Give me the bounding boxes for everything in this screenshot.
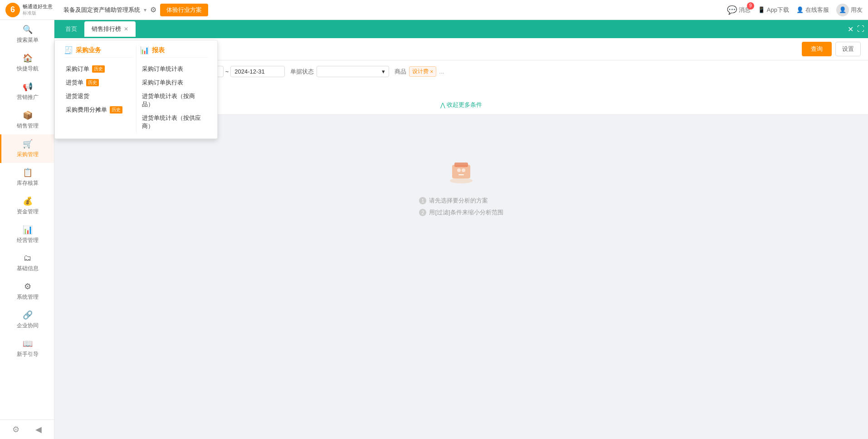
setting-button[interactable]: 设置: [835, 42, 861, 56]
svg-point-3: [457, 168, 461, 172]
date-end-input[interactable]: [230, 66, 285, 77]
filter-voucher-status: 单据状态 ▾: [290, 66, 389, 77]
incoming-stat-supplier-label: 进货单统计表（按供应商）: [142, 114, 207, 130]
report-menu-column: 📊 报表 采购订单统计表 采购订单执行表 进货单统计表（按商品） 进货单统计表（…: [137, 46, 212, 133]
sidebar-item-finance[interactable]: 💰 资金管理: [0, 192, 54, 220]
purchase-menu-column: 🧾 采购业务 采购订单 历史 进货单 历史 进货退货 采购费用分摊单 历史: [60, 46, 137, 133]
goods-tag-close[interactable]: ×: [430, 69, 433, 75]
tab-close-icon[interactable]: ✕: [124, 26, 128, 32]
purchase-menu-header: 🧾 采购业务: [64, 46, 132, 58]
collapse-btn[interactable]: ⋀ 收起更多条件: [440, 101, 482, 109]
report-menu-icon: 📊: [140, 46, 149, 54]
tab-home[interactable]: 首页: [58, 21, 84, 37]
voucher-status-select[interactable]: ▾: [317, 66, 389, 77]
sidebar-label-sales: 销售管理: [17, 122, 39, 130]
enterprise-icon: 🔗: [23, 310, 33, 320]
goods-tag: 设计费 ×: [409, 66, 436, 77]
purchase-dropdown-menu: 🧾 采购业务 采购订单 历史 进货单 历史 进货退货 采购费用分摊单 历史 📊 …: [54, 40, 218, 139]
sidebar-item-system[interactable]: ⚙ 系统管理: [0, 277, 54, 306]
tab-sales-rank[interactable]: 销售排行榜 ✕: [84, 21, 136, 37]
message-badge: 9: [747, 2, 754, 10]
collapse-label: 收起更多条件: [447, 101, 482, 109]
svg-point-0: [450, 178, 473, 183]
sidebar-settings-btn[interactable]: ⚙: [12, 424, 20, 434]
sidebar-item-operation[interactable]: 📊 经营管理: [0, 220, 54, 249]
tab-bar: 首页 销售排行榜 ✕ ✕ ⛶: [54, 20, 868, 38]
sidebar-item-marketing[interactable]: 📢 营销推广: [0, 77, 54, 106]
incoming-label: 进货单: [66, 79, 83, 87]
sidebar-label-inventory: 库存核算: [17, 179, 39, 187]
report-menu-header: 📊 报表: [140, 46, 209, 58]
tab-home-label: 首页: [65, 25, 77, 32]
sidebar-label-basic: 基础信息: [17, 265, 39, 272]
app-download-label: App下载: [767, 6, 789, 14]
basic-icon: 🗂: [24, 253, 32, 263]
menu-item-purchase-order[interactable]: 采购订单 历史: [64, 62, 132, 76]
query-button[interactable]: 查询: [802, 42, 832, 56]
top-right: 💬 9 消息 📱 App下载 👤 在线客服 👤 用友: [727, 4, 863, 16]
tip-1-text: 请先选择要分析的方案: [429, 195, 488, 207]
collapse-up-icon: ⋀: [440, 102, 445, 109]
title-dropdown-arrow[interactable]: ▾: [144, 7, 146, 13]
purchase-icon: 🛒: [23, 139, 33, 149]
menu-item-order-stat[interactable]: 采购订单统计表: [140, 62, 209, 76]
goods-label: 商品: [395, 68, 406, 76]
sidebar-label-purchase: 采购管理: [17, 151, 39, 158]
menu-item-order-exec[interactable]: 采购订单执行表: [140, 76, 209, 89]
user-label: 用友: [851, 6, 863, 14]
message-action[interactable]: 💬 9 消息: [727, 5, 751, 15]
online-service-action[interactable]: 👤 在线客服: [796, 6, 829, 14]
online-service-label: 在线客服: [805, 6, 829, 14]
top-center: 装备及固定资产辅助管理系统 ▾ ⚙ 体验行业方案: [60, 4, 727, 16]
menu-item-incoming[interactable]: 进货单 历史: [64, 76, 132, 89]
goods-more[interactable]: ...: [439, 68, 444, 75]
report-menu-title: 报表: [152, 46, 165, 54]
sidebar: 🔍 搜索菜单 🏠 快捷导航 📢 营销推广 📦 销售管理 🛒 采购管理 📋 库存核…: [0, 20, 54, 439]
industry-btn[interactable]: 体验行业方案: [160, 4, 208, 16]
logo-sub: 标准版: [23, 10, 53, 16]
sidebar-item-search[interactable]: 🔍 搜索菜单: [0, 20, 54, 49]
empty-tip-1: 1 请先选择要分析的方案: [419, 195, 503, 207]
sidebar-label-finance: 资金管理: [17, 208, 39, 216]
sidebar-item-quick-nav[interactable]: 🏠 快捷导航: [0, 49, 54, 77]
sidebar-bottom: ⚙ ◀: [0, 419, 54, 439]
tab-expand-icon[interactable]: ⛶: [857, 25, 864, 34]
sidebar-item-enterprise[interactable]: 🔗 企业协同: [0, 306, 54, 334]
purchase-order-label: 采购订单: [66, 65, 89, 73]
sidebar-item-sales[interactable]: 📦 销售管理: [0, 106, 54, 134]
sidebar-label-quick-nav: 快捷导航: [17, 65, 39, 73]
sidebar-item-basic[interactable]: 🗂 基础信息: [0, 249, 54, 277]
operation-icon: 📊: [23, 225, 33, 235]
menu-item-return[interactable]: 进货退货: [64, 89, 132, 103]
user-action[interactable]: 👤 用友: [836, 4, 863, 16]
sidebar-item-purchase[interactable]: 🛒 采购管理: [0, 134, 54, 163]
inventory-icon: 📋: [23, 168, 33, 178]
sidebar-item-guide[interactable]: 📖 新手引导: [0, 334, 54, 363]
home-icon: 🏠: [23, 53, 33, 63]
menu-item-incoming-stat-supplier[interactable]: 进货单统计表（按供应商）: [140, 111, 209, 133]
return-label: 进货退货: [66, 92, 89, 100]
sidebar-label-enterprise: 企业协同: [17, 322, 39, 330]
svg-point-4: [462, 168, 465, 172]
voucher-status-arrow: ▾: [382, 68, 385, 75]
empty-tips: 1 请先选择要分析的方案 2 用[过滤]条件来缩小分析范围: [419, 195, 503, 218]
menu-item-incoming-stat-goods[interactable]: 进货单统计表（按商品）: [140, 89, 209, 111]
tab-close-window-icon[interactable]: ✕: [848, 25, 853, 34]
history-badge-incoming: 历史: [86, 79, 99, 86]
sidebar-item-inventory[interactable]: 📋 库存核算: [0, 163, 54, 192]
history-badge-expense: 历史: [110, 106, 122, 113]
incoming-stat-goods-label: 进货单统计表（按商品）: [142, 92, 207, 109]
toolbar-right: 查询 设置: [802, 42, 861, 56]
logo-area: 6 畅通道好生意 标准版: [5, 3, 60, 17]
filter-goods: 商品 设计费 × ...: [395, 66, 444, 77]
history-badge-purchase-order: 历史: [92, 65, 105, 73]
voucher-status-label: 单据状态: [290, 68, 314, 76]
purchase-menu-title: 采购业务: [76, 46, 101, 54]
goods-tag-text: 设计费: [412, 68, 429, 75]
order-exec-label: 采购订单执行表: [142, 79, 183, 87]
sidebar-collapse-btn[interactable]: ◀: [35, 424, 42, 434]
settings-icon[interactable]: ⚙: [150, 5, 156, 14]
system-title: 装备及固定资产辅助管理系统: [63, 6, 140, 14]
menu-item-expense[interactable]: 采购费用分摊单 历史: [64, 103, 132, 117]
app-download-action[interactable]: 📱 App下载: [758, 6, 789, 14]
